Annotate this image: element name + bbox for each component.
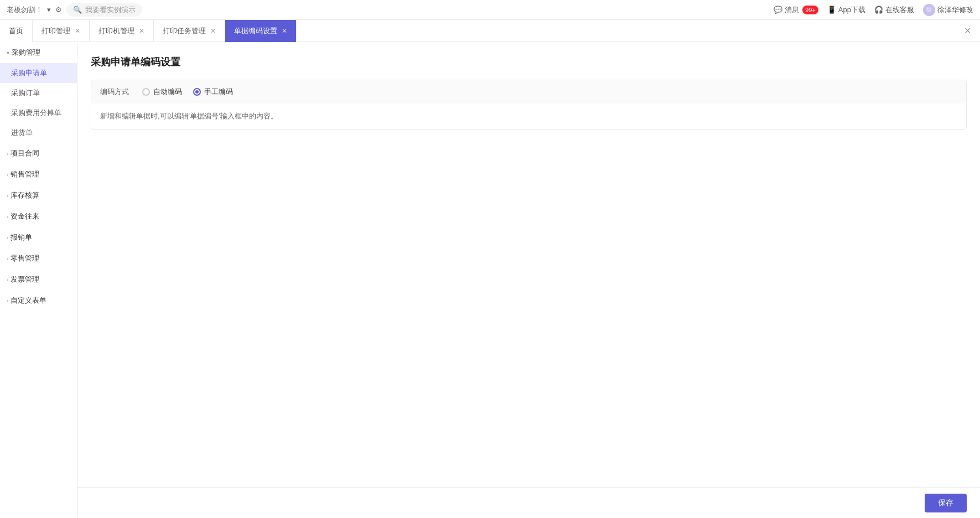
tab-print-mgmt[interactable]: 打印管理 ✕ <box>33 20 90 42</box>
chevron-right-icon: › <box>7 193 8 199</box>
radio-manual-label: 手工编码 <box>204 87 233 97</box>
chevron-right-icon: › <box>7 235 8 241</box>
sidebar-group-expense[interactable]: › 报销单 <box>0 227 77 248</box>
tab-printer-mgmt-close[interactable]: ✕ <box>139 27 144 35</box>
online-service-label: 在线客服 <box>885 5 914 15</box>
main-layout: ▾ 采购管理 采购申请单 采购订单 采购费用分摊单 进货单 › 项目合同 › 销… <box>0 42 980 518</box>
sidebar-item-purchase-request[interactable]: 采购申请单 <box>0 63 77 83</box>
sidebar-group-capital[interactable]: › 资金往来 <box>0 206 77 227</box>
message-label: 消息 <box>785 5 799 15</box>
avatar: 徐 <box>923 4 935 16</box>
sidebar-group-purchase-label: 采购管理 <box>12 48 40 58</box>
tab-home-label: 首页 <box>9 26 23 36</box>
message-button[interactable]: 💬 消息 99+ <box>774 5 818 15</box>
sidebar-item-purchase-expense[interactable]: 采购费用分摊单 <box>0 103 77 123</box>
content-inner: 采购申请单编码设置 编码方式 自动编码 手工编码 <box>77 42 980 487</box>
tab-print-task-mgmt-close[interactable]: ✕ <box>210 27 216 35</box>
sidebar-group-project[interactable]: › 项目合同 <box>0 143 77 164</box>
radio-group-coding: 自动编码 手工编码 <box>142 87 233 97</box>
chevron-right-icon: › <box>7 151 8 157</box>
sidebar-group-expense-label: 报销单 <box>11 232 32 242</box>
dropdown-icon[interactable]: ▾ <box>47 6 51 14</box>
sidebar-group-sales[interactable]: › 销售管理 <box>0 164 77 185</box>
sidebar-group-purchase-title[interactable]: ▾ 采购管理 <box>0 42 77 63</box>
tab-print-mgmt-close[interactable]: ✕ <box>75 27 80 35</box>
radio-auto-circle <box>142 88 150 96</box>
content-area: 采购申请单编码设置 编码方式 自动编码 手工编码 <box>77 42 980 518</box>
sidebar-group-custom-form-label: 自定义表单 <box>11 296 46 305</box>
chevron-right-icon: › <box>7 277 8 283</box>
sidebar-item-inbound[interactable]: 进货单 <box>0 123 77 143</box>
sidebar-group-project-label: 项目合同 <box>11 148 39 158</box>
tab-single-code-settings-label: 单据编码设置 <box>234 26 277 36</box>
sidebar-item-purchase-order[interactable]: 采购订单 <box>0 83 77 103</box>
online-service-button[interactable]: 🎧 在线客服 <box>874 5 914 15</box>
info-text: 新增和编辑单据时,可以编辑'单据编号'输入框中的内容。 <box>91 103 966 129</box>
message-badge: 99+ <box>802 6 818 14</box>
coding-section: 编码方式 自动编码 手工编码 新增和编辑单据时,可以编辑'单据编号'输入框中的内… <box>91 80 967 130</box>
app-download-button[interactable]: 📱 App下载 <box>827 5 865 15</box>
app-download-label: App下载 <box>838 5 865 15</box>
page-title: 采购申请单编码设置 <box>91 55 967 69</box>
chevron-right-icon: › <box>7 214 8 220</box>
tab-print-mgmt-label: 打印管理 <box>42 26 70 36</box>
sidebar-group-retail[interactable]: › 零售管理 <box>0 248 77 269</box>
sidebar-group-inventory[interactable]: › 库存核算 <box>0 185 77 206</box>
radio-auto-label: 自动编码 <box>153 87 182 97</box>
sidebar-group-sales-label: 销售管理 <box>11 169 39 179</box>
app-icon: 📱 <box>827 6 836 14</box>
chevron-right-icon: › <box>7 172 8 178</box>
settings-icon[interactable]: ⚙ <box>55 6 62 14</box>
chevron-right-icon: › <box>7 256 8 262</box>
user-profile[interactable]: 徐 徐泽华修改 <box>923 4 973 16</box>
radio-auto-coding[interactable]: 自动编码 <box>142 87 182 97</box>
tab-single-code-settings[interactable]: 单据编码设置 ✕ <box>225 20 297 42</box>
top-bar: 老板勿割！ ▾ ⚙ 🔍 我要看实例演示 💬 消息 99+ 📱 App下载 🎧 在… <box>0 0 980 20</box>
tab-printer-mgmt[interactable]: 打印机管理 ✕ <box>90 20 154 42</box>
tab-bar: 首页 打印管理 ✕ 打印机管理 ✕ 打印任务管理 ✕ 单据编码设置 ✕ ✕ <box>0 20 980 42</box>
tab-print-task-mgmt[interactable]: 打印任务管理 ✕ <box>154 20 225 42</box>
tab-home[interactable]: 首页 <box>0 20 33 42</box>
chevron-down-icon: ▾ <box>7 50 9 56</box>
sidebar-group-purchase: ▾ 采购管理 采购申请单 采购订单 采购费用分摊单 进货单 <box>0 42 77 143</box>
radio-manual-coding[interactable]: 手工编码 <box>193 87 233 97</box>
sidebar-group-invoice-label: 发票管理 <box>11 274 39 284</box>
search-text: 我要看实例演示 <box>85 5 136 15</box>
sidebar-group-custom-form[interactable]: › 自定义表单 <box>0 290 77 311</box>
content-footer: 保存 <box>77 487 980 518</box>
radio-manual-circle <box>193 88 201 96</box>
tab-print-task-mgmt-label: 打印任务管理 <box>163 26 206 36</box>
tab-bar-close-all[interactable]: ✕ <box>955 25 980 36</box>
sidebar-group-invoice[interactable]: › 发票管理 <box>0 269 77 290</box>
sidebar-group-retail-label: 零售管理 <box>11 253 39 263</box>
message-icon: 💬 <box>774 6 782 14</box>
search-bar[interactable]: 🔍 我要看实例演示 <box>66 3 142 17</box>
tab-printer-mgmt-label: 打印机管理 <box>98 26 134 36</box>
coding-row: 编码方式 自动编码 手工编码 <box>91 80 966 103</box>
sidebar-group-inventory-label: 库存核算 <box>11 190 39 200</box>
logo-text: 老板勿割！ <box>7 5 43 15</box>
top-bar-left: 老板勿割！ ▾ ⚙ 🔍 我要看实例演示 <box>7 3 142 17</box>
tab-single-code-settings-close[interactable]: ✕ <box>282 27 287 35</box>
coding-label: 编码方式 <box>100 87 129 97</box>
headset-icon: 🎧 <box>874 6 883 14</box>
sidebar-group-capital-label: 资金往来 <box>11 211 39 221</box>
user-name: 徐泽华修改 <box>937 5 973 15</box>
search-icon: 🔍 <box>73 6 82 14</box>
save-button[interactable]: 保存 <box>925 494 967 512</box>
sidebar: ▾ 采购管理 采购申请单 采购订单 采购费用分摊单 进货单 › 项目合同 › 销… <box>0 42 77 518</box>
chevron-right-icon: › <box>7 298 8 304</box>
top-bar-right: 💬 消息 99+ 📱 App下载 🎧 在线客服 徐 徐泽华修改 <box>774 4 973 16</box>
